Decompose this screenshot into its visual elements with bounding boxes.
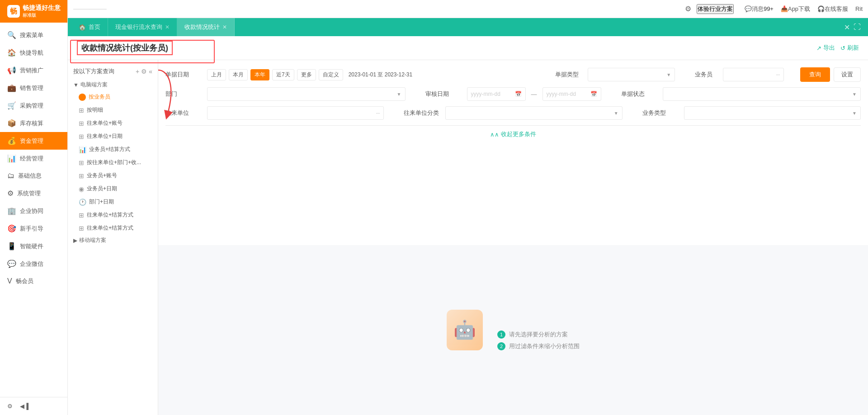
- scheme-item-counterpart-dept[interactable]: ⊞ 按往来单位+部门+收...: [68, 156, 158, 169]
- sidebar-item-quicknav[interactable]: 🏠 快捷导航: [0, 44, 67, 61]
- message-icon[interactable]: 💬: [745, 5, 752, 12]
- audit-date-to[interactable]: yyyy-mm-dd 📅: [542, 87, 601, 101]
- voucher-type-select[interactable]: ▼: [588, 68, 675, 81]
- scheme-item-counterpart-settlement1[interactable]: ⊞ 往来单位+结算方式: [68, 208, 158, 222]
- dept-label: 部门: [165, 90, 202, 98]
- tab-bank-flow[interactable]: 现金银行流水查询 ✕: [108, 18, 177, 36]
- scheme-category-mobile[interactable]: ▶ 移动端方案: [68, 235, 158, 246]
- sidebar-item-enterprise[interactable]: 🏢 企业协同: [0, 202, 67, 220]
- sidebar-label-guide: 新手引导: [20, 225, 43, 233]
- tab-receipt-stats-label: 收款情况统计: [184, 23, 220, 31]
- scheme-item-detail[interactable]: ⊞ 按明细: [68, 104, 158, 117]
- business-type-select[interactable]: ▼: [684, 106, 861, 120]
- user-avatar[interactable]: Rit: [855, 5, 863, 12]
- scheme-icon-8: 🕐: [79, 198, 86, 206]
- date-btn-custom[interactable]: 自定义: [319, 69, 343, 80]
- scheme-item-counterpart-account[interactable]: ⊞ 往来单位+账号: [68, 117, 158, 130]
- search-icon: 🔍: [7, 31, 16, 39]
- scheme-detail-icon: ⊞: [79, 107, 84, 114]
- dept-select[interactable]: ▼: [207, 87, 406, 101]
- right-panel: 单据日期 上月 本月 本年 近7天 更多 自定义 2023-01-01 至 20…: [158, 60, 868, 415]
- scheme-item-dept-date[interactable]: 🕐 部门+日期: [68, 195, 158, 208]
- sidebar-item-basic[interactable]: 🗂 基础信息: [0, 167, 67, 184]
- sidebar-item-system[interactable]: ⚙ 系统管理: [0, 184, 67, 202]
- scheme-item-by-salesperson[interactable]: 按业务员: [68, 90, 158, 104]
- tab-bank-flow-label: 现金银行流水查询: [115, 23, 162, 31]
- date-btn-7days[interactable]: 近7天: [272, 69, 294, 80]
- scheme-item-counterpart-settlement2[interactable]: ⊞ 往来单位+结算方式: [68, 222, 158, 235]
- business-type-chevron: ▼: [852, 111, 857, 116]
- top-bar: ──────── ⚙ 体验行业方案 💬 消息 99+ 📥 App下载 🎧 在线客…: [68, 0, 868, 18]
- scheme-category-desktop[interactable]: ▼ 电脑端方案: [68, 79, 158, 90]
- sidebar-item-inventory[interactable]: 📦 库存核算: [0, 114, 67, 132]
- logo-icon: 畅: [7, 5, 20, 18]
- salesperson-chevron: ···: [776, 72, 780, 77]
- refresh-button[interactable]: ↺ 刷新: [840, 44, 859, 52]
- tab-home[interactable]: 🏠 首页: [71, 18, 108, 36]
- online-service-label[interactable]: 在线客服: [825, 5, 848, 13]
- tab-receipt-stats-close[interactable]: ✕: [222, 24, 227, 30]
- dept-chevron: ▼: [397, 92, 401, 97]
- collapse-bar[interactable]: ∧∧ 收起更多条件: [165, 125, 861, 143]
- sidebar-item-hardware[interactable]: 📱 智能硬件: [0, 237, 67, 255]
- tab-bank-flow-close[interactable]: ✕: [165, 24, 170, 30]
- sidebar-label-finance: 资金管理: [20, 137, 43, 145]
- audit-date-from-text: yyyy-mm-dd: [471, 91, 500, 97]
- gear-icon[interactable]: ⚙: [685, 5, 691, 13]
- add-scheme-btn[interactable]: +: [136, 68, 139, 75]
- enterprise-icon: 🏢: [7, 207, 16, 215]
- sidebar-item-operation[interactable]: 📊 经营管理: [0, 150, 67, 167]
- scheme-item-salesperson-settlement[interactable]: 📊 业务员+结算方式: [68, 143, 158, 156]
- page-header-actions: ↗ 导出 ↺ 刷新: [816, 44, 859, 52]
- filter-row-3: 往来单位 ··· 往来单位分类 ▼ 业务类型 ▼: [165, 106, 861, 120]
- tab-receipt-stats[interactable]: 收款情况统计 ✕: [177, 18, 235, 36]
- sidebar-label-search: 搜索菜单: [20, 31, 43, 39]
- sidebar-item-finance[interactable]: 💰 资金管理: [0, 132, 67, 150]
- counterpart-select[interactable]: ···: [207, 106, 384, 120]
- date-btn-this-month[interactable]: 本月: [229, 69, 248, 80]
- scheme-item-salesperson-date[interactable]: ◉ 业务员+日期: [68, 182, 158, 195]
- sidebar-item-wechat[interactable]: 💬 企业微信: [0, 255, 67, 273]
- sidebar-item-marketing[interactable]: 📢 营销推广: [0, 61, 67, 79]
- scheme-item-salesperson-account[interactable]: ⊞ 业务员+账号: [68, 169, 158, 182]
- mobile-category-label: 移动端方案: [79, 236, 106, 244]
- filter-settings-button[interactable]: 设置: [834, 67, 861, 82]
- sidebar-item-sales[interactable]: 💼 销售管理: [0, 79, 67, 97]
- scheme-settings-btn[interactable]: ⚙: [141, 68, 147, 75]
- query-button[interactable]: 查询: [800, 67, 830, 82]
- collapse-sidebar-icon[interactable]: ◀▐: [20, 403, 28, 410]
- audit-date-from[interactable]: yyyy-mm-dd 📅: [467, 87, 526, 101]
- export-icon: ↗: [816, 45, 821, 52]
- page-title: 收款情况统计(按业务员): [77, 41, 173, 55]
- voucher-status-select[interactable]: ▼: [663, 87, 861, 101]
- close-window-icon[interactable]: ✕: [844, 23, 850, 32]
- export-button[interactable]: ↗ 导出: [816, 44, 835, 52]
- voucher-status-label: 单据状态: [621, 90, 657, 98]
- settings-bottom-icon[interactable]: ⚙: [7, 403, 13, 410]
- date-btn-more[interactable]: 更多: [297, 69, 316, 80]
- app-download-label[interactable]: App下载: [788, 5, 810, 13]
- system-icon: ⚙: [7, 189, 14, 198]
- sidebar-item-purchase[interactable]: 🛒 采购管理: [0, 97, 67, 114]
- collapse-label: 收起更多条件: [501, 130, 536, 138]
- date-btn-last-month[interactable]: 上月: [207, 69, 226, 80]
- date-btn-this-year[interactable]: 本年: [250, 69, 269, 80]
- empty-step-1-label: 请先选择要分析的方案: [509, 330, 568, 339]
- trial-btn[interactable]: 体验行业方案: [697, 4, 734, 14]
- sidebar: 畅 畅捷通好生意 标准版 🔍 搜索菜单 🏠 快捷导航 📢 营销推广 💼 销售管理…: [0, 0, 68, 415]
- scheme-icon-9: ⊞: [79, 212, 84, 219]
- scheme-collapse-btn[interactable]: «: [149, 68, 152, 75]
- scheme-item-counterpart-date[interactable]: ⊞ 往来单位+日期: [68, 130, 158, 143]
- sidebar-label-marketing: 营销推广: [20, 66, 43, 75]
- sidebar-label-inventory: 库存核算: [20, 119, 43, 127]
- salesperson-select[interactable]: ···: [723, 68, 784, 81]
- member-icon: V: [7, 277, 12, 285]
- sidebar-item-member[interactable]: V 畅会员: [0, 273, 67, 290]
- service-icon: 🎧: [817, 5, 825, 12]
- maximize-icon[interactable]: ⛶: [854, 23, 861, 31]
- sidebar-item-guide[interactable]: 🎯 新手引导: [0, 220, 67, 237]
- date-range-display: 2023-01-01 至 2023-12-31: [349, 71, 412, 79]
- tab-home-label: 首页: [89, 23, 100, 31]
- counterpart-category-select[interactable]: ▼: [445, 106, 622, 120]
- sidebar-item-search[interactable]: 🔍 搜索菜单: [0, 26, 67, 44]
